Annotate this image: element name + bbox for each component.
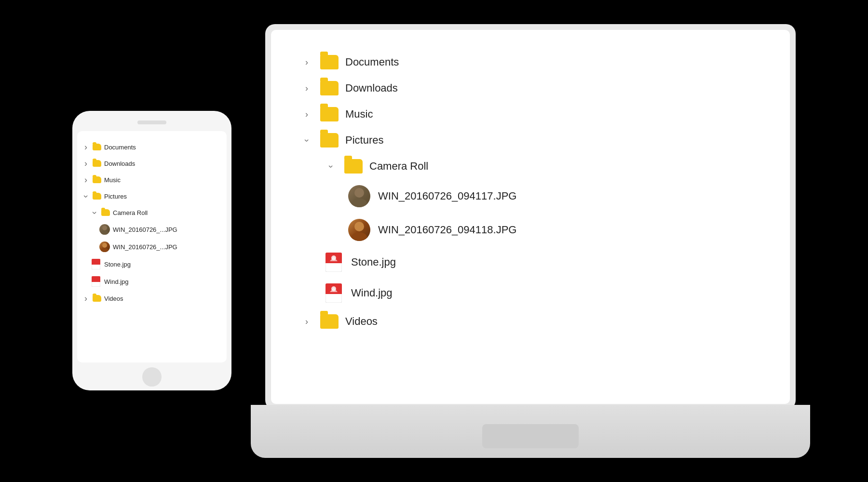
phone-row-stone[interactable]: Stone.jpg <box>82 255 222 273</box>
folder-icon <box>93 160 101 167</box>
jpg-file-icon <box>324 253 343 272</box>
folder-icon <box>320 107 339 121</box>
item-label: Downloads <box>345 82 398 94</box>
item-label: Stone.jpg <box>104 261 131 268</box>
svg-point-17 <box>101 248 108 252</box>
image-thumbnail <box>348 185 370 207</box>
phone-row-pictures[interactable]: Pictures <box>82 188 222 204</box>
phone-row-videos[interactable]: Videos <box>82 290 222 307</box>
laptop-row-stone[interactable]: Stone.jpg <box>300 247 761 278</box>
chevron-down-icon <box>82 191 90 201</box>
item-label: WIN_20160726_094117.JPG <box>378 190 516 202</box>
item-label: Wind.jpg <box>104 278 129 285</box>
laptop-screen-outer: Documents Downloads Music <box>265 24 796 410</box>
svg-point-1 <box>352 199 367 207</box>
phone-home-button[interactable] <box>142 367 162 387</box>
folder-icon <box>93 193 101 200</box>
item-label: Pictures <box>104 193 127 200</box>
image-thumbnail <box>99 241 110 252</box>
laptop-row-music[interactable]: Music <box>300 101 761 127</box>
laptop-row-camera-roll[interactable]: Camera Roll <box>300 153 761 179</box>
item-label: Camera Roll <box>113 209 148 216</box>
laptop-row-wind[interactable]: Wind.jpg <box>300 278 761 308</box>
laptop-row-img1[interactable]: WIN_20160726_094117.JPG <box>300 179 761 213</box>
phone: Documents Downloads Music Pictures <box>72 111 231 390</box>
item-label: Documents <box>345 56 399 68</box>
item-label: Music <box>345 108 373 120</box>
item-label: WIN_20160726_094118.JPG <box>378 224 516 236</box>
avatar-1 <box>99 224 110 235</box>
folder-icon <box>93 176 101 183</box>
item-label: Pictures <box>345 134 383 147</box>
item-label: WIN_20160726_...JPG <box>113 243 177 251</box>
svg-point-3 <box>352 232 367 241</box>
folder-icon <box>344 159 363 174</box>
chevron-right-icon <box>82 159 90 168</box>
phone-row-img1[interactable]: WIN_20160726_...JPG <box>82 221 222 238</box>
avatar-2 <box>348 219 370 241</box>
item-label: Wind.jpg <box>351 287 393 299</box>
item-label: Music <box>104 176 121 184</box>
laptop-trackpad <box>482 424 579 448</box>
laptop-row-pictures[interactable]: Pictures <box>300 127 761 153</box>
laptop-row-videos[interactable]: Videos <box>300 308 761 335</box>
jpg-file-icon <box>91 276 101 287</box>
image-thumbnail <box>99 224 110 235</box>
item-label: Camera Roll <box>369 160 428 173</box>
svg-rect-11 <box>326 292 342 294</box>
item-label: Videos <box>345 315 378 328</box>
chevron-right-icon <box>300 109 313 119</box>
chevron-right-icon <box>82 175 90 185</box>
phone-row-documents[interactable]: Documents <box>82 139 222 155</box>
laptop-screen-inner: Documents Downloads Music <box>271 30 790 404</box>
item-label: Downloads <box>104 160 135 167</box>
folder-icon <box>93 295 101 302</box>
item-label: Documents <box>104 144 136 151</box>
laptop-row-documents[interactable]: Documents <box>300 49 761 75</box>
phone-speaker <box>137 120 166 124</box>
folder-icon <box>320 55 339 69</box>
laptop-base <box>251 405 810 458</box>
chevron-right-icon <box>300 317 313 326</box>
phone-row-wind[interactable]: Wind.jpg <box>82 273 222 290</box>
jpg-file-icon <box>324 283 343 303</box>
svg-point-2 <box>354 222 364 231</box>
avatar-1 <box>348 185 370 207</box>
item-label: WIN_20160726_...JPG <box>113 226 177 233</box>
phone-row-music[interactable]: Music <box>82 172 222 188</box>
chevron-right-icon <box>300 83 313 93</box>
folder-icon <box>320 133 339 147</box>
chevron-down-icon <box>91 208 98 217</box>
chevron-down-icon <box>300 135 313 145</box>
phone-row-img2[interactable]: WIN_20160726_...JPG <box>82 238 222 255</box>
laptop: Documents Downloads Music <box>265 24 796 458</box>
image-thumbnail <box>348 219 370 241</box>
folder-icon <box>320 314 339 329</box>
item-label: Videos <box>104 295 123 302</box>
svg-rect-6 <box>326 261 342 263</box>
folder-icon <box>320 81 339 95</box>
svg-point-15 <box>101 231 108 235</box>
svg-rect-20 <box>92 264 100 265</box>
svg-point-16 <box>102 243 107 248</box>
phone-row-downloads[interactable]: Downloads <box>82 155 222 172</box>
svg-point-14 <box>102 226 107 230</box>
jpg-file-icon <box>91 259 101 269</box>
item-label: Stone.jpg <box>351 256 396 268</box>
chevron-right-icon <box>300 57 313 67</box>
avatar-2 <box>99 241 110 252</box>
chevron-right-icon <box>82 142 90 152</box>
phone-row-camera-roll[interactable]: Camera Roll <box>82 204 222 221</box>
laptop-row-downloads[interactable]: Downloads <box>300 75 761 101</box>
svg-rect-23 <box>92 281 100 282</box>
chevron-right-icon <box>82 294 90 303</box>
laptop-row-img2[interactable]: WIN_20160726_094118.JPG <box>300 213 761 247</box>
scene: Documents Downloads Music <box>72 24 796 458</box>
svg-point-0 <box>354 188 364 198</box>
laptop-file-tree: Documents Downloads Music <box>300 49 761 335</box>
phone-screen: Documents Downloads Music Pictures <box>77 131 227 362</box>
folder-icon <box>101 209 110 216</box>
folder-icon <box>93 144 101 150</box>
chevron-down-icon <box>324 161 338 171</box>
